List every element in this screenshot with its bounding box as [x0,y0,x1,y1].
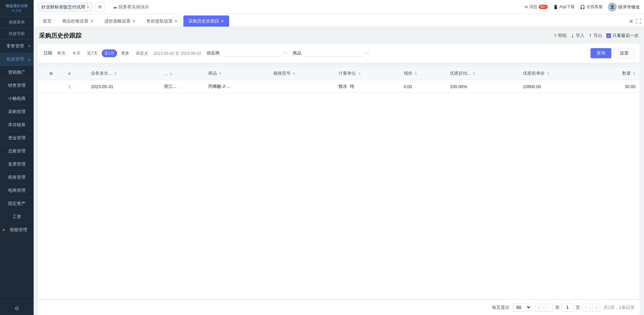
filter-actions: 查询 设置 [591,48,634,58]
page-header-actions: ? 帮助 ⤓ 导入 ⤒ 导出 ✓ 只看最后一次 [554,33,639,39]
last-page-btn[interactable]: ⟩⟩ [592,304,600,312]
page-input[interactable] [562,304,574,312]
app-logo: 畅捷通好业财 标准版 [0,0,34,17]
tab-product-price[interactable]: 商品价格设置 ✕ [57,15,99,27]
quick-nav-btn[interactable]: 快捷导航 [0,28,34,40]
tab-sale-price[interactable]: 售价提取设置 ✕ [141,15,183,27]
sidebar-item-purchase[interactable]: 采购管理 [0,105,34,118]
chevron-up-icon: ▲ [28,58,31,61]
chevron-down-icon: ▾ [87,5,89,9]
date-buttons: 昨天 今天 近7天 近1月 更多 自定义 [55,49,151,57]
headset-icon: 🎧 [580,5,585,9]
product-more-icon[interactable]: ··· [365,50,369,56]
sidebar-item-sales[interactable]: 销售管理 [0,79,34,92]
sidebar-item-assets[interactable]: 固定资产 [0,197,34,210]
close-icon[interactable]: ✕ [132,19,136,24]
product-label: 商品 [293,50,301,56]
version-label: 好业财标准版交付试用 [41,4,85,10]
sort-icon: ⇅ [170,72,172,76]
close-icon[interactable]: ✕ [90,19,94,24]
date-btn-more[interactable]: 更多 [118,49,132,57]
app-download-btn[interactable]: 📱 App下载 [553,4,575,10]
row-discount: 100.00% [446,80,519,93]
user-name: 徐泽华修改 [618,4,640,10]
sidebar: 畅捷通好业财 标准版 搜索菜单 快捷导航 零售管理 ▼ 批发管理 ▲ 营销推广 … [0,0,34,315]
cloud-icon: ☁ [113,4,117,9]
help-btn[interactable]: ? 帮助 [554,33,567,39]
sidebar-item-tax[interactable]: 税务管理 [0,171,34,184]
product-input[interactable] [304,50,363,57]
search-menu-btn[interactable]: 搜索菜单 [0,17,34,28]
sidebar-item-finance[interactable]: 资金管理 [0,132,34,145]
col-quantity[interactable]: 数量 ⇅ [594,67,640,80]
page-prefix-label: 第 [555,305,560,311]
chevron-down-icon: ▼ [28,44,31,48]
date-btn-today[interactable]: 今天 [70,49,83,57]
close-icon[interactable]: ✕ [221,19,224,24]
col-more[interactable]: ... ⇅ [160,67,204,80]
only-last-checkbox[interactable]: ✓ 只看最后一次 [606,33,639,39]
sort-icon: ⇅ [473,72,475,75]
checkbox-checked-icon: ✓ [606,33,611,38]
sidebar-item-inventory[interactable]: 库存核算 [0,118,34,132]
demo-btn[interactable]: ☁ 我要看实例演示 [113,4,149,10]
col-spec[interactable]: 规格型号 ⇅ [269,67,334,80]
sort-icon: ⇅ [114,72,117,75]
row-pre-discount-price: 10900.00 [519,80,594,93]
tab-purchase-history[interactable]: 采购历史价跟踪 ✕ [183,15,229,27]
user-info[interactable]: 👤 徐泽华修改 [608,3,640,11]
version-selector[interactable]: 好业财标准版交付试用 ▾ [38,2,93,12]
tab-home[interactable]: 首页 [38,15,57,27]
export-icon: ⤒ [588,33,592,38]
col-pre-discount-price[interactable]: 优惠前单价 ⇅ [519,67,594,80]
sidebar-item-payroll[interactable]: 工资 [0,210,34,223]
col-product[interactable]: 商品 ⇅ [204,67,270,80]
sidebar-item-ecom-mini[interactable]: 小畅电商 [0,92,34,105]
sort-icon: ⇅ [414,72,417,75]
row-spec [269,80,334,93]
messages-badge: 99+ [539,5,548,9]
col-quote[interactable]: 报价 ⇅ [400,67,446,80]
table-wrap: ⚙ # 业务发生... ⇅ ... ⇅ 商品 ⇅ [38,67,640,300]
topbar-settings-btn[interactable]: ⚙ [95,2,105,12]
col-biz-date[interactable]: 业务发生... ⇅ [87,67,160,80]
phone-icon: 📱 [553,5,558,9]
close-icon[interactable]: ✕ [174,19,178,24]
col-discount[interactable]: 优惠折扣... ⇅ [446,67,519,80]
col-settings[interactable]: ⚙ [38,67,64,80]
col-num: # [64,67,87,80]
supplier-input[interactable] [222,50,282,57]
next-page-btn[interactable]: ＞ [582,304,590,312]
messages-btn[interactable]: ✉ 消息 99+ [525,4,548,10]
close-tab-btn[interactable]: ✕ [629,18,633,25]
per-page-select[interactable]: 50 100 200 [513,303,532,312]
logo-sub: 标准版 [12,8,22,13]
tab-purchase-strategy[interactable]: 进价策略设置 ✕ [99,15,141,27]
topbar-left: 好业财标准版交付试用 ▾ ⚙ ☁ 我要看实例演示 [38,2,525,12]
maximize-tab-btn[interactable]: ⛶ [636,19,641,25]
sidebar-item-ecom[interactable]: 电商管理 [0,184,34,197]
import-btn[interactable]: ⤓ 导入 [571,33,584,39]
supplier-more-icon[interactable]: ··· [283,50,287,56]
settings-button[interactable]: 设置 [614,48,634,58]
first-page-btn[interactable]: ⟨⟨ [535,304,543,312]
sidebar-item-invoice[interactable]: 发票管理 [0,158,34,171]
query-button[interactable]: 查询 [591,48,611,58]
sort-icon: ⇅ [293,72,295,75]
date-btn-last7[interactable]: 近7天 [84,49,100,57]
online-service-btn[interactable]: 🎧 在线客服 [580,4,603,10]
sort-icon: ⇅ [219,72,221,75]
supplier-input-wrap: ··· [222,50,287,57]
sidebar-item-smart[interactable]: 智能管理 [0,223,34,237]
sidebar-item-retail[interactable]: 零售管理 ▼ [0,40,34,53]
sidebar-item-gl[interactable]: 总账管理 [0,145,34,158]
settings-icon[interactable]: ⚙ [14,305,19,312]
prev-page-btn[interactable]: ＜ [545,304,553,312]
sidebar-item-wholesale[interactable]: 批发管理 ▲ [0,53,34,66]
date-btn-custom[interactable]: 自定义 [133,49,151,57]
export-btn[interactable]: ⤒ 导出 [588,33,602,39]
sidebar-item-marketing[interactable]: 营销推广 [0,66,34,79]
date-btn-yesterday[interactable]: 昨天 [55,49,68,57]
date-btn-last1m[interactable]: 近1月 [102,49,117,57]
col-unit[interactable]: 计量单位 ⇅ [334,67,400,80]
